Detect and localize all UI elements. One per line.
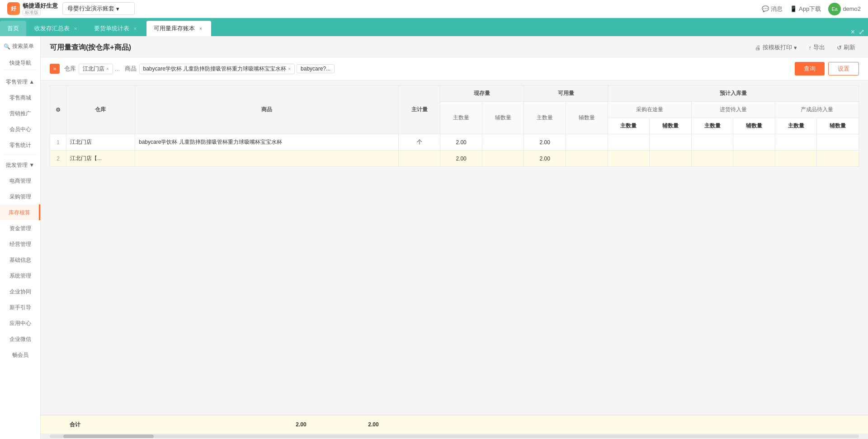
sidebar-item-finance[interactable]: 资金管理 xyxy=(0,220,40,236)
tab-home[interactable]: 首页 xyxy=(0,21,26,36)
close-all-icon[interactable]: × xyxy=(851,28,855,36)
sidebar-item-purchase-mgmt[interactable]: 采购管理 xyxy=(0,189,40,204)
tab-available-stock[interactable]: 可用量库存账本 × xyxy=(146,21,211,36)
th-pt-main: 主数量 xyxy=(608,118,650,134)
product-tag-text-2: babycare?... xyxy=(301,66,330,72)
sidebar-item-retail-stats[interactable]: 零售统计 xyxy=(0,137,40,153)
tab-available-stock-close[interactable]: × xyxy=(198,25,204,32)
sidebar-item-wholesale-mgmt[interactable]: 批发管理 ▼ xyxy=(0,157,40,173)
sidebar-item-marketing[interactable]: 营销推广 xyxy=(0,105,40,121)
tab-order-stats-close[interactable]: × xyxy=(132,25,138,32)
product-tag-close[interactable]: × xyxy=(288,66,291,71)
sidebar-divider-2 xyxy=(4,155,37,155)
filter-actions: 查询 设置 xyxy=(795,62,859,76)
sidebar-item-enterprise[interactable]: 企业协同 xyxy=(0,283,40,299)
export-btn[interactable]: ↑ 导出 xyxy=(805,42,829,53)
row-1-avail-main: 2.00 xyxy=(524,134,566,151)
sidebar-item-app-center[interactable]: 应用中心 xyxy=(0,315,40,331)
product-tag-babycare[interactable]: babycare学饮杯 儿童防摔防撞吸管杯重力球吸嘴杯宝宝水杯 × xyxy=(139,64,295,74)
sidebar: 🔍 搜索菜单 快捷导航 零售管理 ▲ 零售商城 营销推广 会员中心 零售统计 xyxy=(0,36,41,439)
sidebar-item-enterprise-wechat-label: 企业微信 xyxy=(0,335,40,343)
warehouse-tag-close[interactable]: × xyxy=(106,66,109,71)
th-finished-wait: 产成品待入量 xyxy=(775,102,859,118)
sidebar-item-basic-info[interactable]: 基础信息 xyxy=(0,252,40,268)
row-2-iw-aux xyxy=(733,151,775,167)
sidebar-item-enterprise-wechat[interactable]: 企业微信 xyxy=(0,331,40,347)
th-product: 商品 xyxy=(135,85,398,134)
th-planned-inbound: 预计入库量 xyxy=(608,85,859,102)
th-avail-main: 主数量 xyxy=(524,102,566,134)
footer-avail-main: 2.00 xyxy=(355,421,392,429)
sidebar-item-member-vip[interactable]: 畅会员 xyxy=(0,347,40,363)
app-download-label: App下载 xyxy=(799,5,821,13)
logo-icon: 好 xyxy=(7,2,20,15)
footer-iw-aux xyxy=(643,421,715,429)
sidebar-item-new-guide[interactable]: 新手引导 xyxy=(0,299,40,315)
warehouse-tag-jiangbei[interactable]: 江北门店 × xyxy=(79,64,113,74)
row-1-fw-aux xyxy=(817,134,859,151)
tab-receipts[interactable]: 收发存汇总表 × xyxy=(27,21,86,36)
fullscreen-icon[interactable]: ⤢ xyxy=(859,28,864,36)
username-label: demo2 xyxy=(843,5,861,12)
sidebar-item-operations[interactable]: 经营管理 xyxy=(0,236,40,252)
row-1-avail-aux xyxy=(566,134,608,151)
sidebar-search-btn[interactable]: 🔍 搜索菜单 xyxy=(4,41,37,52)
footer-pt-aux xyxy=(500,421,571,429)
sidebar-item-retail-mgmt-label: 零售管理 ▲ xyxy=(0,78,40,86)
footer-fw-main xyxy=(715,421,787,429)
sidebar-item-retail-mall[interactable]: 零售商城 xyxy=(0,90,40,105)
footer-stock-main: 2.00 xyxy=(283,421,319,429)
filter-expand-btn[interactable]: » xyxy=(50,64,60,74)
print-icon: 🖨 xyxy=(755,44,761,51)
product-filter-group: 商品 babycare学饮杯 儿童防摔防撞吸管杯重力球吸嘴杯宝宝水杯 × bab… xyxy=(125,64,335,74)
th-settings[interactable]: ⚙ xyxy=(50,85,66,134)
product-tag-babycare2[interactable]: babycare?... xyxy=(297,64,335,73)
row-2-stock-aux xyxy=(482,151,524,167)
industry-selector[interactable]: 母婴行业演示账套 ▾ xyxy=(62,2,135,15)
th-avail-aux: 辅数量 xyxy=(566,102,608,134)
main-layout: 🔍 搜索菜单 快捷导航 零售管理 ▲ 零售商城 营销推广 会员中心 零售统计 xyxy=(0,36,868,439)
query-btn[interactable]: 查询 xyxy=(795,62,825,76)
print-template-btn[interactable]: 🖨 按模板打印 ▾ xyxy=(751,42,801,53)
message-action[interactable]: 💬 消息 xyxy=(762,5,783,13)
row-2-stock-main: 2.00 xyxy=(440,151,482,167)
scroll-thumb[interactable] xyxy=(63,434,154,438)
sidebar-item-sys-mgmt[interactable]: 系统管理 xyxy=(0,268,40,283)
sidebar-item-retail-mgmt[interactable]: 零售管理 ▲ xyxy=(0,74,40,90)
sidebar-item-ecommerce-label: 电商管理 xyxy=(0,177,40,185)
mobile-icon: 📱 xyxy=(790,5,797,12)
product-tags: babycare学饮杯 儿童防摔防撞吸管杯重力球吸嘴杯宝宝水杯 × babyca… xyxy=(139,64,335,74)
sidebar-nav: 零售管理 ▲ 零售商城 营销推广 会员中心 零售统计 批发管理 ▼ 电商管理 xyxy=(0,72,40,364)
row-1-pt-aux xyxy=(650,134,692,151)
sidebar-item-inventory[interactable]: 库存核算 xyxy=(0,204,40,220)
scroll-track[interactable] xyxy=(50,434,859,438)
sidebar-item-operations-label: 经营管理 xyxy=(0,241,40,248)
product-filter-label: 商品 xyxy=(125,65,137,73)
th-fw-aux: 辅数量 xyxy=(817,118,859,134)
th-iw-aux: 辅数量 xyxy=(733,118,775,134)
warehouse-more-btn[interactable]: ... xyxy=(115,65,120,72)
content-header: 可用量查询(按仓库+商品) 🖨 按模板打印 ▾ ↑ 导出 ↺ 刷新 xyxy=(41,36,868,57)
sidebar-item-members[interactable]: 会员中心 xyxy=(0,121,40,137)
app-download-action[interactable]: 📱 App下载 xyxy=(790,5,821,13)
refresh-btn[interactable]: ↺ 刷新 xyxy=(833,42,859,53)
row-2-avail-main: 2.00 xyxy=(524,151,566,167)
th-pt-aux: 辅数量 xyxy=(650,118,692,134)
sidebar-item-ecommerce[interactable]: 电商管理 xyxy=(0,173,40,189)
table-area: ⚙ 仓库 商品 主计量 现存量 可用量 预计入库量 主数量 辅数量 主数量 辅数… xyxy=(41,80,868,415)
row-1-iw-aux xyxy=(733,134,775,151)
settings-btn[interactable]: 设置 xyxy=(828,62,859,76)
th-stock: 现存量 xyxy=(440,85,524,102)
footer-fw-aux xyxy=(787,421,859,429)
content-area: 可用量查询(按仓库+商品) 🖨 按模板打印 ▾ ↑ 导出 ↺ 刷新 xyxy=(41,36,868,439)
logo-area: 好 畅捷通好生意 标准版 xyxy=(7,2,58,16)
tab-order-stats[interactable]: 要货单统计表 × xyxy=(87,21,146,36)
footer-iw-main xyxy=(571,421,643,429)
tab-receipts-close[interactable]: × xyxy=(72,25,79,32)
tab-available-stock-label: 可用量库存账本 xyxy=(154,24,195,33)
th-stock-aux: 辅数量 xyxy=(482,102,524,134)
th-fw-main: 主数量 xyxy=(775,118,817,134)
user-action[interactable]: Ea demo2 xyxy=(828,3,861,15)
sidebar-item-sys-mgmt-label: 系统管理 xyxy=(0,272,40,280)
footer-label: 合计 xyxy=(66,421,111,429)
